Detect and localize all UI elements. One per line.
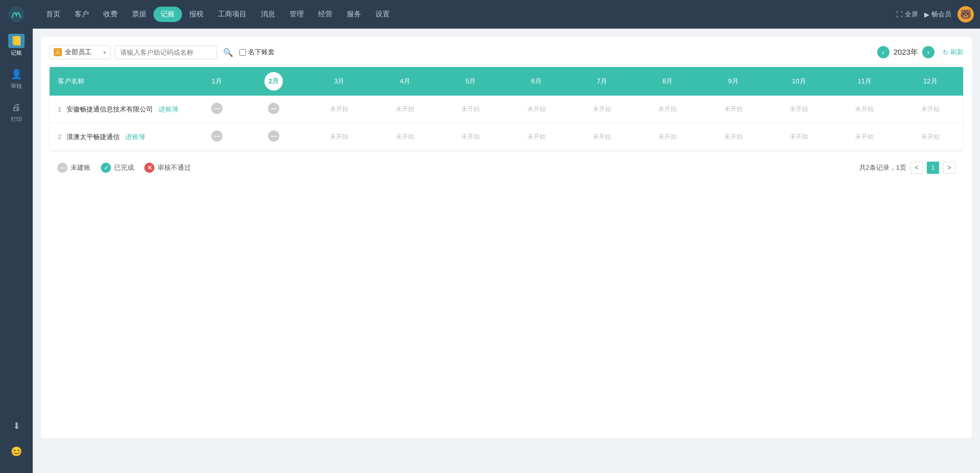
status-not-started-text: 未开始: [855, 105, 874, 112]
year-nav: ‹ 2023年 ›: [877, 46, 934, 58]
content-card: 人 全部员工 ▾ 🔍 名下账套 ‹ 2023年: [41, 37, 972, 438]
data-table: 客户名称1月2月3月4月5月6月7月8月9月10月11月12月 1 安徽畅捷通信…: [50, 67, 963, 151]
cell-row2-month3: 未开始: [306, 123, 372, 151]
prev-year-icon: ‹: [882, 48, 884, 56]
topnav: 首页客户收费票据记账报税工商项目消息管理经营服务设置 ⛶ 全屏 ▶ 畅会员 🐻: [33, 0, 980, 29]
ledger-icon: 📒: [11, 35, 22, 47]
cell-customer-name: 2 漠澳太平畅捷通信 进账簿: [50, 123, 193, 151]
legend-icon-completed: ✓: [101, 163, 111, 173]
avatar[interactable]: 🐻: [957, 6, 974, 22]
topnav-item-billing[interactable]: 收费: [96, 7, 125, 22]
topnav-item-service[interactable]: 服务: [340, 7, 368, 22]
refresh-button[interactable]: ↻ 刷新: [943, 48, 964, 57]
topnav-item-operation[interactable]: 经营: [311, 7, 340, 22]
legend-icon-rejected: ✕: [144, 163, 154, 173]
cell-row1-month11: 未开始: [832, 96, 897, 123]
status-not-started-text: 未开始: [593, 105, 611, 112]
col-header-month-4: 4月: [372, 67, 438, 96]
next-page-button[interactable]: >: [943, 162, 955, 174]
year-display: 2023年: [894, 48, 918, 57]
sidebar-item-ledger[interactable]: 📒 记账: [8, 29, 25, 62]
next-page-icon: >: [947, 164, 951, 171]
cell-row2-month8: 未开始: [635, 123, 700, 151]
fullscreen-icon: ⛶: [896, 11, 903, 18]
status-not-started-text: 未开始: [658, 133, 677, 140]
cell-row2-month2: [241, 123, 306, 151]
cell-row1-month5: 未开始: [438, 96, 503, 123]
employee-select[interactable]: 人 全部员工 ▾: [49, 45, 110, 59]
cell-row1-month7: 未开始: [569, 96, 635, 123]
search-input[interactable]: [115, 46, 217, 59]
table-body: 1 安徽畅捷通信息技术有限公司 进账簿 未开始未开始未开始未开始未开始未开始未开…: [50, 96, 963, 151]
sidebar-label-print: 打印: [11, 116, 22, 123]
status-not-started-text: 未开始: [855, 133, 874, 140]
support-icon: 😊: [11, 446, 22, 457]
topnav-item-message[interactable]: 消息: [254, 7, 282, 22]
cell-row2-month11: 未开始: [832, 123, 897, 151]
next-year-button[interactable]: ›: [922, 46, 934, 58]
fullscreen-button[interactable]: ⛶ 全屏: [896, 10, 918, 19]
sidebar-item-download[interactable]: ⬇: [0, 414, 33, 439]
legend-label-rejected: 审核不通过: [158, 163, 191, 172]
row-index-1: 1: [58, 105, 61, 113]
col-header-month-3: 3月: [306, 67, 372, 96]
topnav-item-tax[interactable]: 报税: [182, 7, 211, 22]
next-year-icon: ›: [927, 48, 930, 56]
cell-row2-month7: 未开始: [569, 123, 635, 151]
status-not-started-text: 未开始: [724, 105, 743, 112]
status-not-started-text: 未开始: [527, 133, 546, 140]
print-icon: 🖨: [12, 102, 21, 113]
topnav-item-settings[interactable]: 设置: [368, 7, 397, 22]
enter-ledger-link-1[interactable]: 进账簿: [159, 105, 179, 113]
customer-name-1: 安徽畅捷通信息技术有限公司: [66, 105, 153, 113]
status-not-started-text: 未开始: [658, 105, 677, 112]
status-not-created-icon: [268, 130, 279, 142]
prev-year-button[interactable]: ‹: [877, 46, 889, 58]
sidebar-item-print[interactable]: 🖨 打印: [8, 95, 25, 128]
accounts-checkbox-label[interactable]: 名下账套: [239, 48, 275, 57]
prev-page-button[interactable]: <: [910, 162, 923, 174]
avatar-icon: 🐻: [960, 9, 971, 20]
cell-row1-month12: 未开始: [898, 96, 963, 123]
employee-select-text: 全部员工: [65, 48, 100, 57]
accounts-checkbox[interactable]: [239, 49, 246, 56]
topnav-item-manage[interactable]: 管理: [282, 7, 311, 22]
enter-ledger-link-2[interactable]: 进账簿: [125, 133, 145, 141]
status-not-started-text: 未开始: [330, 105, 348, 112]
status-not-started-text: 未开始: [330, 133, 348, 140]
search-button[interactable]: 🔍: [221, 46, 235, 59]
topnav-item-business[interactable]: 工商项目: [211, 7, 254, 22]
pagination: 共2条记录，1页 < 1 >: [859, 162, 955, 174]
vip-label: 畅会员: [931, 10, 951, 19]
sidebar-label-audit: 审核: [11, 82, 22, 90]
cell-row2-month9: 未开始: [700, 123, 766, 151]
cell-customer-name: 1 安徽畅捷通信息技术有限公司 进账簿: [50, 96, 193, 123]
topnav-item-ledger[interactable]: 记账: [153, 7, 182, 22]
col-header-month-2: 2月: [241, 67, 306, 96]
col-header-month-7: 7月: [569, 67, 635, 96]
status-not-started-text: 未开始: [396, 105, 414, 112]
topnav-item-customer[interactable]: 客户: [68, 7, 96, 22]
refresh-icon: ↻: [943, 49, 948, 56]
status-not-started-text: 未开始: [461, 105, 480, 112]
sidebar-item-support[interactable]: 😊: [0, 439, 33, 465]
topnav-right: ⛶ 全屏 ▶ 畅会员 🐻: [896, 6, 974, 22]
status-not-started-text: 未开始: [724, 133, 743, 140]
cell-row2-month1: [193, 123, 241, 151]
col-header-name: 客户名称: [50, 67, 193, 96]
topnav-item-home[interactable]: 首页: [39, 7, 68, 22]
pagination-total: 共2条记录，1页: [859, 163, 906, 172]
status-not-started-text: 未开始: [921, 133, 940, 140]
vip-button[interactable]: ▶ 畅会员: [924, 10, 951, 19]
accounts-checkbox-text: 名下账套: [248, 48, 275, 57]
cell-row1-month2: [241, 96, 306, 123]
topnav-item-invoice[interactable]: 票据: [125, 7, 153, 22]
sidebar-item-audit[interactable]: 👤 审核: [8, 62, 25, 95]
sidebar-label-ledger: 记账: [11, 49, 22, 57]
legend-item-rejected: ✕ 审核不通过: [144, 163, 191, 173]
status-not-started-text: 未开始: [790, 105, 808, 112]
sidebar-logo: [0, 0, 33, 29]
page-1-button[interactable]: 1: [927, 162, 939, 174]
cell-row2-month12: 未开始: [898, 123, 963, 151]
row-index-2: 2: [58, 133, 61, 141]
